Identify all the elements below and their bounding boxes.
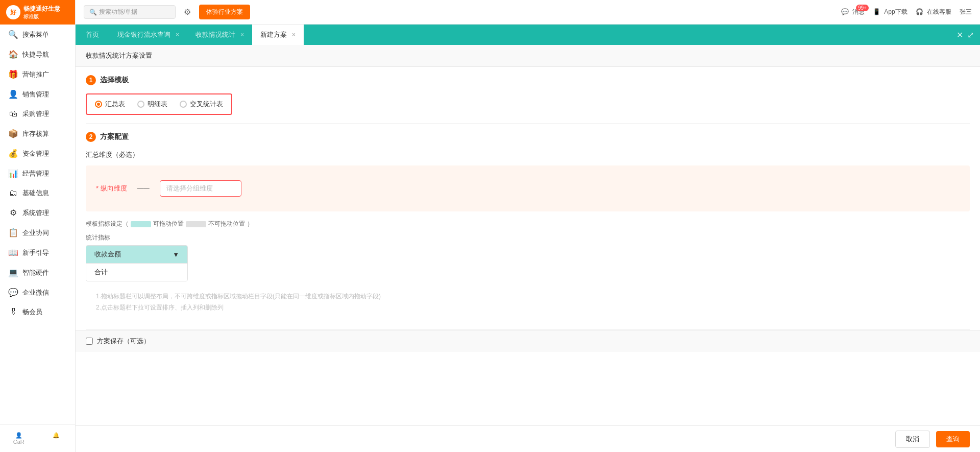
section2-number: 2 bbox=[86, 132, 96, 142]
money-icon: 💰 bbox=[8, 149, 18, 158]
sidebar-item-marketing[interactable]: 🎁 营销推广 bbox=[0, 64, 75, 84]
user-name[interactable]: 张三 bbox=[960, 8, 972, 16]
template-option-cross[interactable]: 交叉统计表 bbox=[180, 100, 223, 109]
sidebar-bottom-user[interactable]: 👤 CaR bbox=[0, 429, 38, 448]
metrics-section: 模板指标设定（ 可拖动位置 不可拖动位置 ） 统计指标 bbox=[86, 220, 970, 283]
sidebar: 好 畅捷通好生意 标准版 🔍 搜索菜单 🏠 快捷导航 🎁 营销推广 👤 销售管理… bbox=[0, 0, 76, 452]
sidebar-item-inventory[interactable]: 📦 库存核算 bbox=[0, 124, 75, 144]
stats-section-label: 统计指标 bbox=[86, 233, 188, 242]
sidebar-item-sales[interactable]: 👤 销售管理 bbox=[0, 84, 75, 104]
logo-icon: 好 bbox=[6, 5, 20, 19]
box-icon: 📦 bbox=[8, 129, 18, 138]
tab-home[interactable]: 首页 bbox=[76, 25, 109, 45]
page-breadcrumb: 收款情况统计方案设置 bbox=[76, 45, 980, 67]
template-option-summary[interactable]: 汇总表 bbox=[95, 100, 125, 109]
search-icon: 🔍 bbox=[8, 30, 18, 39]
bell-icon: 🔔 bbox=[53, 432, 60, 439]
sidebar-item-search[interactable]: 🔍 搜索菜单 bbox=[0, 25, 75, 44]
sidebar-item-management[interactable]: 📊 经营管理 bbox=[0, 163, 75, 183]
radio-cross[interactable] bbox=[180, 101, 187, 108]
online-service[interactable]: 🎧 在线客服 bbox=[916, 8, 951, 16]
radio-detail[interactable] bbox=[137, 101, 144, 108]
tab-stats[interactable]: 收款情况统计 × bbox=[187, 25, 252, 45]
sidebar-item-guide[interactable]: 📖 新手引导 bbox=[0, 243, 75, 263]
radio-summary[interactable] bbox=[95, 101, 102, 108]
message-icon: 💬 bbox=[841, 8, 849, 15]
app-download[interactable]: 📱 App下载 bbox=[873, 8, 908, 16]
metrics-table-total: 合计 bbox=[86, 263, 187, 281]
sidebar-item-member[interactable]: 🎖 畅会员 bbox=[0, 302, 75, 322]
app-icon: 📱 bbox=[873, 8, 880, 15]
sidebar-bottom-notify[interactable]: 🔔 bbox=[38, 429, 76, 448]
message-badge[interactable]: 💬 99+ 消息 bbox=[841, 8, 865, 16]
cancel-button[interactable]: 取消 bbox=[895, 431, 930, 448]
tips-section: 1.拖动标题栏可以调整布局，不可跨维度或指标区域拖动栏目字段(只能在同一维度或指… bbox=[86, 283, 970, 321]
sidebar-item-purchase[interactable]: 🛍 采购管理 bbox=[0, 104, 75, 124]
metrics-table-header[interactable]: 收款金额 ▼ bbox=[86, 246, 187, 263]
config-section: 2 方案配置 汇总维度（必选） * 纵向维度 —— 请选择分组维度 bbox=[76, 124, 980, 329]
query-button[interactable]: 查询 bbox=[936, 431, 970, 447]
section1-number: 1 bbox=[86, 75, 96, 85]
content-area: 收款情况统计方案设置 1 选择模板 汇总表 明细表 bbox=[76, 45, 980, 425]
clipboard-icon: 📋 bbox=[8, 228, 18, 237]
gear-icon: ⚙ bbox=[8, 208, 18, 218]
search-bar[interactable]: 🔍 搜索功能/单据 bbox=[84, 5, 176, 19]
sidebar-item-finance[interactable]: 💰 资金管理 bbox=[0, 144, 75, 163]
folder-icon: 🗂 bbox=[8, 188, 18, 198]
topbar: 🔍 搜索功能/单据 ⚙ 体验行业方案 💬 99+ 消息 📱 App下载 🎧 在线… bbox=[76, 0, 980, 25]
sidebar-item-system[interactable]: ⚙ 系统管理 bbox=[0, 203, 75, 223]
gift-icon: 🎁 bbox=[8, 69, 18, 79]
tabbar: 首页 现金银行流水查询 × 收款情况统计 × 新建方案 × ✕ ⤢ bbox=[76, 25, 980, 45]
metrics-table: 收款金额 ▼ 合计 bbox=[86, 245, 188, 281]
maximize-icon[interactable]: ⤢ bbox=[967, 30, 974, 40]
section2-title: 2 方案配置 bbox=[86, 124, 970, 142]
dimension-required-mark: * 纵向维度 bbox=[96, 184, 127, 193]
topbar-right: 💬 99+ 消息 📱 App下载 🎧 在线客服 张三 bbox=[841, 8, 972, 16]
medal-icon: 🎖 bbox=[8, 307, 18, 317]
user-icon: 👤 bbox=[8, 89, 18, 99]
tab-cashflow[interactable]: 现金银行流水查询 × bbox=[109, 25, 187, 45]
dimension-row: * 纵向维度 —— 请选择分组维度 bbox=[96, 180, 241, 197]
template-section: 1 选择模板 汇总表 明细表 交叉统计表 bbox=[76, 67, 980, 123]
book-icon: 📖 bbox=[8, 248, 18, 257]
section1-title: 1 选择模板 bbox=[86, 75, 970, 85]
save-option: 方案保存（可选） bbox=[76, 330, 980, 352]
tab-close-cashflow[interactable]: × bbox=[176, 31, 179, 38]
arrow-icon: —— bbox=[137, 185, 150, 192]
dimension-select[interactable]: 请选择分组维度 bbox=[160, 180, 241, 197]
chat-icon: 💬 bbox=[8, 288, 18, 297]
dimension-area: * 纵向维度 —— 请选择分组维度 bbox=[86, 165, 970, 211]
tab-close-new[interactable]: × bbox=[292, 31, 296, 38]
sidebar-item-nav[interactable]: 🏠 快捷导航 bbox=[0, 44, 75, 64]
sidebar-bottom: 👤 CaR 🔔 bbox=[0, 424, 75, 452]
sidebar-item-basic-info[interactable]: 🗂 基础信息 bbox=[0, 183, 75, 203]
industry-button[interactable]: 体验行业方案 bbox=[199, 5, 250, 19]
logo-text: 畅捷通好生意 标准版 bbox=[23, 5, 60, 20]
headset-icon: 🎧 bbox=[916, 8, 923, 15]
dimension-label: 汇总维度（必选） bbox=[86, 150, 970, 159]
dropdown-icon[interactable]: ▼ bbox=[173, 251, 179, 258]
search-icon: 🔍 bbox=[89, 9, 97, 16]
main-area: 🔍 搜索功能/单据 ⚙ 体验行业方案 💬 99+ 消息 📱 App下载 🎧 在线… bbox=[76, 0, 980, 452]
chart-icon: 📊 bbox=[8, 169, 18, 178]
tab-close-stats[interactable]: × bbox=[240, 31, 244, 38]
close-window-icon[interactable]: ✕ bbox=[957, 30, 963, 40]
home-icon: 🏠 bbox=[8, 50, 18, 59]
settings-icon[interactable]: ⚙ bbox=[184, 7, 191, 17]
save-label: 方案保存（可选） bbox=[97, 337, 150, 346]
sidebar-item-hardware[interactable]: 💻 智能硬件 bbox=[0, 263, 75, 282]
template-options-group: 汇总表 明细表 交叉统计表 bbox=[86, 93, 232, 115]
tab-new-plan[interactable]: 新建方案 × bbox=[252, 25, 304, 45]
sidebar-item-wechat[interactable]: 💬 企业微信 bbox=[0, 282, 75, 302]
not-draggable-label: 不可拖动位置 bbox=[208, 220, 245, 228]
content-inner: 收款情况统计方案设置 1 选择模板 汇总表 明细表 bbox=[76, 45, 980, 425]
tip2: 2.点击标题栏下拉可设置排序、插入列和删除列 bbox=[96, 302, 960, 314]
draggable-label: 可拖动位置 bbox=[153, 220, 184, 228]
avatar-icon: 👤 bbox=[15, 432, 22, 439]
footer: 取消 查询 bbox=[76, 425, 980, 452]
sidebar-item-corp[interactable]: 📋 企业协同 bbox=[0, 223, 75, 243]
template-option-detail[interactable]: 明细表 bbox=[137, 100, 167, 109]
laptop-icon: 💻 bbox=[8, 268, 18, 277]
save-checkbox[interactable] bbox=[86, 338, 93, 345]
sidebar-logo: 好 畅捷通好生意 标准版 bbox=[0, 0, 75, 25]
